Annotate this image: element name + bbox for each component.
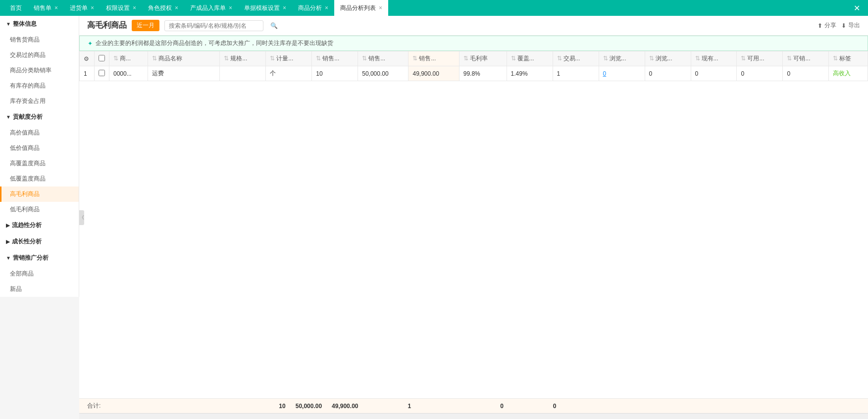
nav-sales[interactable]: 销售单 × [28, 0, 64, 16]
page-title: 高毛利商品 [87, 20, 127, 31]
section-marketing-arrow: ▼ [6, 255, 11, 261]
nav-home[interactable]: 首页 [4, 0, 28, 16]
col-gross-rate[interactable]: ⇅毛利率 [459, 51, 507, 66]
footer-sales-amount: 50,000.00 [296, 403, 322, 410]
row-sales-amount: 50,000.00 [358, 66, 408, 81]
sidebar-section-contribution[interactable]: ▼ 贡献度分析 [0, 109, 79, 125]
section-overall-arrow: ▼ [6, 21, 11, 27]
nav-purchase-close[interactable]: × [91, 4, 94, 11]
row-coverage: 1.49% [507, 66, 553, 81]
sidebar-section-trend[interactable]: ▶ 流趋性分析 [0, 217, 79, 233]
nav-permission-close[interactable]: × [133, 4, 136, 11]
col-sales-amount[interactable]: ⇅销售... [358, 51, 408, 66]
row-trade: 1 [553, 66, 599, 81]
col-sales-qty[interactable]: ⇅销售... [312, 51, 358, 66]
sidebar-item-all-goods[interactable]: 全部商品 [0, 266, 79, 281]
footer-sales-qty: 10 [279, 403, 285, 410]
sidebar-item-low-value[interactable]: 低价值商品 [0, 140, 79, 156]
col-trade[interactable]: ⇅交易... [553, 51, 599, 66]
sidebar-collapse-btn[interactable]: 《 [79, 210, 84, 225]
filter-recent-month-btn[interactable]: 近一月 [132, 20, 159, 31]
nav-goods-list-close[interactable]: × [379, 4, 382, 11]
info-message: 企业的主要的利润都是这部分商品创造的，可考虑加大推广，同时关注库存是不要出现缺货 [96, 39, 333, 47]
sidebar-item-high-value[interactable]: 高价值商品 [0, 125, 79, 140]
row-num: 1 [80, 66, 95, 81]
row-current-stock: 0 [691, 66, 737, 81]
nav-product-in[interactable]: 产成品入库单 × [184, 0, 238, 16]
footer-bar: 合计: 10 50,000.00 49,900.00 1 0 0 [79, 398, 868, 413]
col-name[interactable]: ⇅商品名称 [148, 51, 220, 66]
col-tag[interactable]: ⇅标签 [829, 51, 868, 66]
row-available: 0 [737, 66, 783, 81]
sidebar-item-new-goods[interactable]: 新品 [0, 281, 79, 297]
nav-product-in-close[interactable]: × [229, 4, 232, 11]
sidebar-item-high-coverage[interactable]: 高覆盖度商品 [0, 156, 79, 171]
search-input[interactable] [164, 20, 263, 31]
footer-sales-cost: 49,900.00 [332, 403, 358, 410]
sidebar-item-traded-goods[interactable]: 交易过的商品 [0, 47, 79, 63]
col-available[interactable]: ⇅可用... [737, 51, 783, 66]
window-close-btn[interactable]: ✕ [850, 3, 864, 13]
table-row: 1 0000... 运费 个 10 50,000.00 49,900.00 99… [80, 66, 868, 81]
row-browse2: 0 [645, 66, 691, 81]
col-spec[interactable]: ⇅规格... [220, 51, 266, 66]
row-checkbox[interactable] [95, 66, 109, 81]
export-icon: ⬇ [841, 22, 846, 29]
sidebar-section-overall[interactable]: ▼ 整体信息 [0, 16, 79, 32]
row-tag: 高收入 [829, 66, 868, 81]
sidebar: ▼ 整体信息 销售货商品 交易过的商品 商品分类助销率 有库存的商品 库存资金占… [0, 16, 79, 297]
col-coverage[interactable]: ⇅覆盖... [507, 51, 553, 66]
footer-available: 0 [500, 403, 504, 410]
sidebar-item-sales-goods[interactable]: 销售货商品 [0, 32, 79, 47]
row-code: 0000... [109, 66, 148, 81]
export-btn[interactable]: ⬇ 导出 [841, 21, 860, 30]
sidebar-item-low-coverage[interactable]: 低覆盖度商品 [0, 171, 79, 186]
sidebar-wrapper: ▼ 整体信息 销售货商品 交易过的商品 商品分类助销率 有库存的商品 库存资金占… [0, 16, 79, 419]
nav-role-close[interactable]: × [175, 4, 178, 11]
row-sellable: 0 [783, 66, 829, 81]
col-browse2[interactable]: ⇅浏览... [645, 51, 691, 66]
nav-goods-list[interactable]: 商品分析列表 × [334, 0, 388, 16]
header-actions: ⬆ 分享 ⬇ 导出 [817, 21, 860, 30]
col-sellable[interactable]: ⇅可销... [783, 51, 829, 66]
col-browse1[interactable]: ⇅浏览... [599, 51, 645, 66]
col-sales-cost[interactable]: ⇅销售... [408, 51, 459, 66]
table-container: ⚙ ⇅商... ⇅商品名称 ⇅规格... ⇅计量... ⇅销售... ⇅销售..… [79, 51, 868, 398]
nav-sales-close[interactable]: × [54, 4, 58, 11]
sidebar-section-marketing[interactable]: ▼ 营销推广分析 [0, 250, 79, 266]
row-sales-cost: 49,900.00 [408, 66, 459, 81]
data-table: ⚙ ⇅商... ⇅商品名称 ⇅规格... ⇅计量... ⇅销售... ⇅销售..… [79, 51, 868, 81]
nav-template-close[interactable]: × [283, 4, 286, 11]
nav-purchase[interactable]: 进货单 × [64, 0, 100, 16]
horizontal-scrollbar[interactable] [79, 413, 868, 419]
nav-goods-analysis[interactable]: 商品分析 × [292, 0, 334, 16]
section-trend-arrow: ▶ [6, 223, 10, 228]
sidebar-item-low-margin[interactable]: 低毛利商品 [0, 202, 79, 217]
table-header-row: ⚙ ⇅商... ⇅商品名称 ⇅规格... ⇅计量... ⇅销售... ⇅销售..… [80, 51, 868, 66]
sidebar-item-high-margin[interactable]: 高毛利商品 [0, 186, 79, 202]
nav-role[interactable]: 角色授权 × [142, 0, 184, 16]
nav-goods-analysis-close[interactable]: × [325, 4, 328, 11]
table-body: 1 0000... 运费 个 10 50,000.00 49,900.00 99… [80, 66, 868, 81]
content-area: 高毛利商品 近一月 🔍 ⬆ 分享 ⬇ 导出 ✦ 企业的主要的利润都是这部分商品创… [79, 16, 868, 419]
row-sales-qty: 10 [312, 66, 358, 81]
row-unit: 个 [266, 66, 312, 81]
search-icon[interactable]: 🔍 [270, 22, 278, 29]
select-all-checkbox[interactable] [99, 55, 105, 61]
row-spec [220, 66, 266, 81]
row-browse1[interactable]: 0 [599, 66, 645, 81]
sidebar-item-stock-capital[interactable]: 库存资金占用 [0, 93, 79, 109]
sidebar-section-growth[interactable]: ▶ 成长性分析 [0, 233, 79, 250]
nav-permission[interactable]: 权限设置 × [100, 0, 142, 16]
nav-template[interactable]: 单据模板设置 × [238, 0, 292, 16]
col-settings[interactable]: ⚙ [80, 51, 95, 66]
footer-sellable: 0 [553, 403, 557, 410]
sidebar-item-in-stock[interactable]: 有库存的商品 [0, 78, 79, 93]
col-unit[interactable]: ⇅计量... [266, 51, 312, 66]
share-btn[interactable]: ⬆ 分享 [817, 21, 836, 30]
col-code[interactable]: ⇅商... [109, 51, 148, 66]
share-icon: ⬆ [817, 22, 822, 29]
col-current-stock[interactable]: ⇅现有... [691, 51, 737, 66]
row-name: 运费 [148, 66, 220, 81]
sidebar-item-category-rate[interactable]: 商品分类助销率 [0, 63, 79, 78]
